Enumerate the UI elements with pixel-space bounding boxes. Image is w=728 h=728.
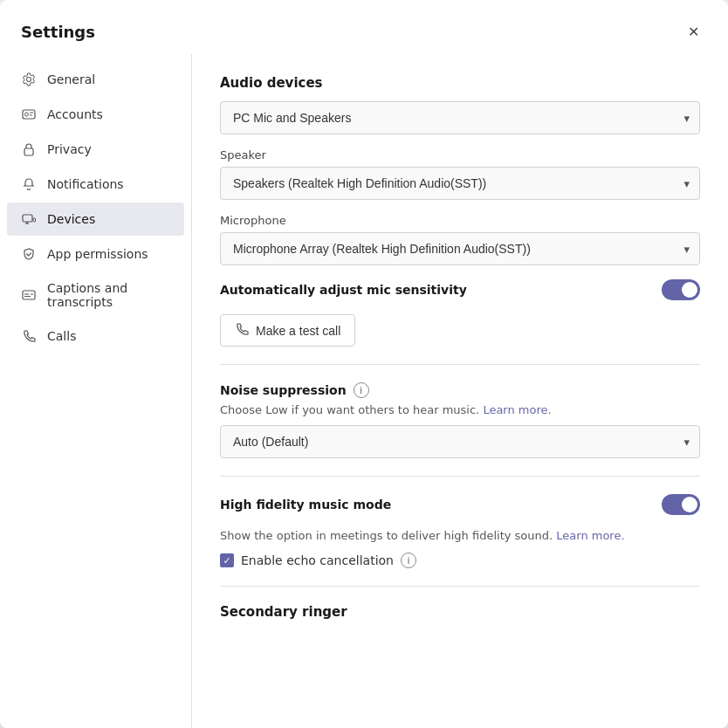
lock-icon <box>21 141 37 157</box>
high-fidelity-learn-more[interactable]: Learn more. <box>556 529 624 542</box>
microphone-label: Microphone <box>220 214 700 227</box>
sidebar-label-captions: Captions and transcripts <box>47 281 170 309</box>
high-fidelity-row: High fidelity music mode <box>220 494 700 515</box>
noise-suppression-select-wrapper: Auto (Default) ▾ <box>220 425 700 458</box>
echo-cancellation-row: ✓ Enable echo cancellation i <box>220 553 700 568</box>
test-call-label: Make a test call <box>256 324 340 338</box>
speaker-label: Speaker <box>220 148 700 161</box>
noise-suppression-hint: Choose Low if you want others to hear mu… <box>220 403 700 416</box>
microphone-select[interactable]: Microphone Array (Realtek High Definitio… <box>220 232 700 265</box>
secondary-ringer-title: Secondary ringer <box>220 604 700 620</box>
sidebar-label-privacy: Privacy <box>47 142 92 156</box>
sidebar-label-calls: Calls <box>47 329 76 343</box>
audio-devices-title: Audio devices <box>220 75 700 91</box>
auto-adjust-label: Automatically adjust mic sensitivity <box>220 283 467 297</box>
divider-2 <box>220 476 700 477</box>
echo-cancellation-info-icon[interactable]: i <box>401 553 416 568</box>
shield-icon <box>21 246 37 262</box>
sidebar-item-calls[interactable]: Calls <box>7 319 184 353</box>
speaker-select[interactable]: Speakers (Realtek High Definition Audio(… <box>220 167 700 200</box>
svg-rect-6 <box>33 218 36 222</box>
devices-icon <box>21 211 37 227</box>
sidebar-label-notifications: Notifications <box>47 177 124 191</box>
modal-header: Settings ✕ <box>0 0 728 54</box>
audio-devices-select-wrapper: PC Mic and Speakers ▾ <box>220 101 700 134</box>
auto-adjust-row: Automatically adjust mic sensitivity <box>220 279 700 300</box>
divider-3 <box>220 586 700 587</box>
sidebar-item-captions[interactable]: Captions and transcripts <box>7 272 184 318</box>
content-area: Audio devices PC Mic and Speakers ▾ Spea… <box>192 54 728 728</box>
auto-adjust-toggle[interactable] <box>662 279 700 300</box>
high-fidelity-section: High fidelity music mode Show the option… <box>220 494 700 568</box>
high-fidelity-toggle[interactable] <box>662 494 700 515</box>
high-fidelity-desc: Show the option in meetings to deliver h… <box>220 529 700 542</box>
sidebar: General Accounts <box>0 54 192 728</box>
speaker-select-wrapper: Speakers (Realtek High Definition Audio(… <box>220 167 700 200</box>
audio-devices-select[interactable]: PC Mic and Speakers <box>220 101 700 134</box>
svg-rect-4 <box>24 148 33 155</box>
modal-body: General Accounts <box>0 54 728 728</box>
settings-modal: Settings ✕ General <box>0 0 728 728</box>
sidebar-label-accounts: Accounts <box>47 107 103 121</box>
phone-icon <box>21 328 37 344</box>
bell-icon <box>21 176 37 192</box>
sidebar-label-general: General <box>47 72 95 86</box>
sidebar-label-devices: Devices <box>47 212 95 226</box>
sidebar-item-general[interactable]: General <box>7 63 184 96</box>
checkbox-check-icon: ✓ <box>223 555 230 567</box>
sidebar-item-privacy[interactable]: Privacy <box>7 133 184 166</box>
noise-suppression-learn-more[interactable]: Learn more. <box>483 403 551 416</box>
sidebar-item-notifications[interactable]: Notifications <box>7 168 184 201</box>
person-card-icon <box>21 106 37 122</box>
sidebar-label-app-permissions: App permissions <box>47 247 148 261</box>
noise-suppression-title: Noise suppression <box>220 383 347 397</box>
captions-icon <box>21 287 37 303</box>
echo-cancellation-label: Enable echo cancellation <box>241 553 394 567</box>
test-call-button[interactable]: Make a test call <box>220 314 355 347</box>
echo-cancellation-checkbox[interactable]: ✓ <box>220 553 234 567</box>
microphone-select-wrapper: Microphone Array (Realtek High Definitio… <box>220 232 700 265</box>
test-call-icon <box>235 322 249 339</box>
svg-point-1 <box>25 113 29 116</box>
noise-suppression-header: Noise suppression i <box>220 382 700 398</box>
noise-suppression-info-icon[interactable]: i <box>354 382 369 398</box>
sidebar-item-devices[interactable]: Devices <box>7 203 184 236</box>
close-button[interactable]: ✕ <box>679 17 707 45</box>
svg-rect-5 <box>23 215 32 222</box>
high-fidelity-label: High fidelity music mode <box>220 498 391 512</box>
divider-1 <box>220 364 700 365</box>
svg-rect-9 <box>23 291 35 299</box>
sidebar-item-accounts[interactable]: Accounts <box>7 98 184 131</box>
modal-title: Settings <box>21 23 95 41</box>
gear-icon <box>21 72 37 87</box>
noise-suppression-select[interactable]: Auto (Default) <box>220 425 700 458</box>
sidebar-item-app-permissions[interactable]: App permissions <box>7 237 184 271</box>
